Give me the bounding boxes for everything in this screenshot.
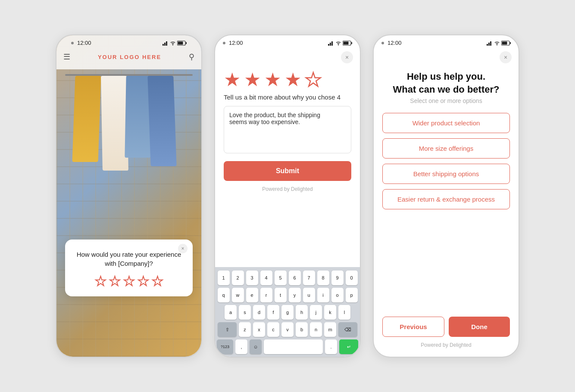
search-icon[interactable]: ⚲ bbox=[189, 52, 194, 62]
keyboard-row-numbers: 1 2 3 4 5 6 7 8 9 0 bbox=[217, 271, 358, 285]
key-m[interactable]: m bbox=[324, 322, 336, 337]
star-4[interactable]: ★ bbox=[138, 275, 149, 288]
key-w[interactable]: w bbox=[232, 288, 244, 302]
key-t[interactable]: t bbox=[275, 288, 287, 302]
star-lg-3[interactable]: ★ bbox=[264, 70, 281, 89]
key-u[interactable]: u bbox=[303, 288, 315, 302]
key-l[interactable]: l bbox=[338, 305, 350, 320]
phone1-nav: ☰ YOUR LOGO HERE ⚲ bbox=[63, 49, 194, 65]
key-3[interactable]: 3 bbox=[246, 271, 258, 285]
star-2[interactable]: ★ bbox=[109, 275, 121, 288]
keyboard-row-special: ?123 , ☺ . ↵ bbox=[217, 339, 358, 354]
svg-rect-0 bbox=[162, 44, 164, 46]
key-k[interactable]: k bbox=[324, 305, 336, 320]
keyboard: 1 2 3 4 5 6 7 8 9 0 q w e r t y u i o bbox=[215, 267, 360, 357]
key-emoji[interactable]: ☺ bbox=[250, 339, 262, 354]
key-period[interactable]: . bbox=[325, 339, 337, 354]
submit-button[interactable]: Submit bbox=[224, 161, 351, 181]
key-f[interactable]: f bbox=[267, 305, 279, 320]
key-s[interactable]: s bbox=[239, 305, 251, 320]
phone2-inner: 12:00 × bbox=[215, 35, 360, 357]
phone3-title: Help us help you.What can we do better? bbox=[374, 63, 519, 97]
menu-icon[interactable]: ☰ bbox=[63, 52, 70, 62]
hanger-area bbox=[56, 61, 201, 357]
key-q[interactable]: q bbox=[218, 288, 230, 302]
key-num-switch[interactable]: ?123 bbox=[217, 339, 233, 354]
key-j[interactable]: j bbox=[310, 305, 322, 320]
key-a[interactable]: a bbox=[225, 305, 237, 320]
key-c[interactable]: c bbox=[267, 322, 279, 337]
svg-rect-12 bbox=[344, 41, 349, 44]
key-x[interactable]: x bbox=[253, 322, 265, 337]
key-8[interactable]: 8 bbox=[317, 271, 329, 285]
svg-rect-13 bbox=[351, 42, 352, 44]
clothing-background bbox=[56, 35, 201, 357]
key-p[interactable]: p bbox=[346, 288, 358, 302]
phone2-stars-row[interactable]: ★ ★ ★ ★ ★ bbox=[215, 63, 360, 92]
feedback-textarea[interactable]: Love the product, but the shipping seems… bbox=[224, 106, 351, 153]
popup-close-button[interactable]: × bbox=[178, 244, 188, 253]
star-lg-5[interactable]: ★ bbox=[305, 70, 322, 89]
key-7[interactable]: 7 bbox=[303, 271, 315, 285]
phone3-close-button[interactable]: × bbox=[500, 51, 512, 63]
wifi-icon-2 bbox=[335, 40, 341, 46]
key-b[interactable]: b bbox=[296, 322, 308, 337]
key-o[interactable]: o bbox=[331, 288, 344, 302]
previous-button[interactable]: Previous bbox=[382, 317, 444, 337]
star-3[interactable]: ★ bbox=[123, 275, 135, 288]
svg-rect-20 bbox=[510, 42, 511, 44]
option-more-sizes[interactable]: More size offerings bbox=[382, 138, 510, 159]
key-comma[interactable]: , bbox=[235, 339, 247, 354]
key-2[interactable]: 2 bbox=[232, 271, 244, 285]
status-dot-3 bbox=[381, 42, 384, 44]
key-5[interactable]: 5 bbox=[275, 271, 287, 285]
battery-icon-3 bbox=[501, 40, 511, 46]
key-0[interactable]: 0 bbox=[346, 271, 358, 285]
clothing-item-2 bbox=[101, 76, 128, 171]
key-e[interactable]: e bbox=[246, 288, 258, 302]
key-g[interactable]: g bbox=[281, 305, 294, 320]
phone3-powered-label: Powered by Delighted bbox=[382, 342, 510, 348]
key-d[interactable]: d bbox=[253, 305, 265, 320]
phone2-close-button[interactable]: × bbox=[341, 51, 353, 63]
star-lg-2[interactable]: ★ bbox=[244, 70, 261, 89]
key-enter[interactable]: ↵ bbox=[339, 339, 358, 354]
done-button[interactable]: Done bbox=[449, 317, 510, 337]
key-i[interactable]: i bbox=[317, 288, 329, 302]
key-n[interactable]: n bbox=[310, 322, 322, 337]
phone3-status-icons bbox=[487, 40, 511, 46]
svg-rect-9 bbox=[331, 41, 333, 46]
key-9[interactable]: 9 bbox=[331, 271, 344, 285]
key-r[interactable]: r bbox=[260, 288, 272, 302]
key-1[interactable]: 1 bbox=[218, 271, 230, 285]
option-easier-return[interactable]: Easier return & exchange process bbox=[382, 189, 510, 209]
clothing-item-1 bbox=[72, 76, 101, 162]
key-space[interactable] bbox=[264, 339, 323, 354]
star-lg-4[interactable]: ★ bbox=[284, 70, 301, 89]
phone1-status-bar: 12:00 bbox=[63, 35, 194, 49]
star-1[interactable]: ★ bbox=[95, 275, 106, 288]
phone2-powered-label: Powered by Delighted bbox=[215, 184, 360, 196]
option-better-shipping[interactable]: Better shipping options bbox=[382, 164, 510, 184]
popup-title: How would you rate your experience with … bbox=[74, 248, 184, 268]
key-backspace[interactable]: ⌫ bbox=[338, 322, 357, 337]
key-y[interactable]: y bbox=[289, 288, 301, 302]
battery-icon-2 bbox=[343, 40, 352, 46]
svg-rect-19 bbox=[502, 41, 507, 44]
logo-text: YOUR LOGO HERE bbox=[98, 54, 161, 60]
option-wider-product[interactable]: Wider product selection bbox=[382, 113, 510, 133]
key-6[interactable]: 6 bbox=[289, 271, 301, 285]
key-shift[interactable]: ⇧ bbox=[218, 322, 237, 337]
key-4[interactable]: 4 bbox=[260, 271, 272, 285]
phone3-subtitle: Select one or more options bbox=[374, 97, 519, 113]
phone3-status-bar: 12:00 bbox=[374, 35, 519, 49]
star-rating-row[interactable]: ★ ★ ★ ★ ★ bbox=[74, 275, 184, 288]
svg-rect-5 bbox=[178, 41, 183, 44]
star-lg-1[interactable]: ★ bbox=[224, 70, 241, 89]
star-5[interactable]: ★ bbox=[152, 275, 163, 288]
key-v[interactable]: v bbox=[281, 322, 294, 337]
battery-icon bbox=[177, 40, 187, 46]
key-h[interactable]: h bbox=[296, 305, 308, 320]
key-z[interactable]: z bbox=[239, 322, 251, 337]
phone3-button-row: Previous Done bbox=[382, 317, 510, 337]
